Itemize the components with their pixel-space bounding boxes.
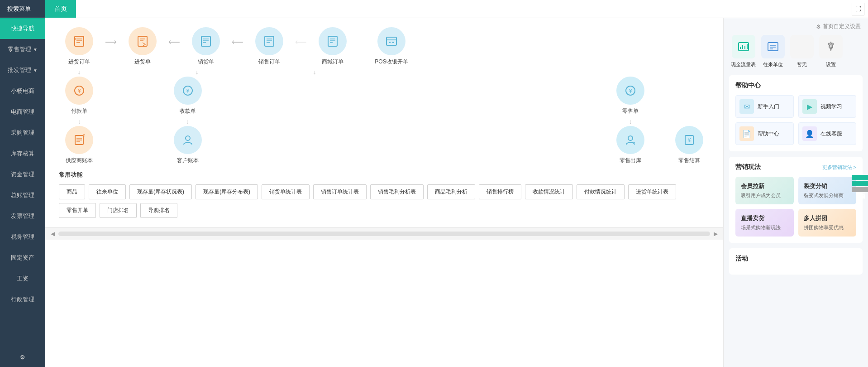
func-btn-goods[interactable]: 商品	[59, 184, 85, 199]
func-btn-partners[interactable]: 往来单位	[89, 184, 126, 199]
func-btn-receipt-stat[interactable]: 收款情况统计	[525, 184, 573, 199]
customize-label: 首页自定义设置	[823, 23, 861, 30]
func-btn-goods-profit[interactable]: 商品毛利分析	[427, 184, 475, 199]
live-title: 直播卖货	[741, 214, 788, 222]
fullscreen-button[interactable]: ⛶	[852, 3, 864, 15]
right-panel: ⚙ 首页自定义设置 现金流量表 往来单位	[723, 18, 868, 367]
flow-node-customer-ledger[interactable]: 客户账本	[163, 126, 213, 164]
customize-settings-link[interactable]: ⚙ 首页自定义设置	[724, 18, 868, 35]
flow-node-sales[interactable]: 销货单	[181, 27, 231, 66]
sidebar-item-ecom-mgr[interactable]: 电商管理	[0, 101, 45, 122]
flow-v-arrows-row2: ↓ ↓ ↓	[54, 117, 714, 126]
desktop-shortcut-button[interactable]: 桌面快捷	[852, 187, 868, 192]
quick-icon-empty[interactable]: 暂无	[790, 35, 814, 68]
flow-node-purchase-order[interactable]: 进货订单	[54, 27, 104, 66]
func-btn-payment-stat[interactable]: 付款情况统计	[577, 184, 625, 199]
flow-node-receipt[interactable]: ¥ 收款单	[163, 77, 213, 115]
func-btn-stock-status[interactable]: 现存量(库存状况表)	[129, 184, 192, 199]
flow-node-sales-order[interactable]: 销售订单	[244, 27, 294, 66]
svg-rect-5	[138, 36, 147, 46]
more-marketing-link[interactable]: 更多营销玩法 >	[822, 164, 856, 171]
flow-node-retail-settle[interactable]: ¥ 零售结算	[664, 126, 714, 164]
scroll-right-button[interactable]: ▶	[712, 231, 720, 237]
quick-icon-partner[interactable]: 往来单位	[761, 35, 785, 68]
svg-rect-23	[392, 42, 394, 43]
sidebar-item-invoice[interactable]: 发票管理	[0, 206, 45, 227]
sidebar-item-finance[interactable]: 资金管理	[0, 164, 45, 185]
help-grid: ✉ 新手入门 ▶ 视频学习 📄 帮助中心 👤 在线客服	[735, 95, 856, 145]
sidebar-item-assets[interactable]: 固定资产	[0, 247, 45, 268]
sidebar-item-ledger[interactable]: 总账管理	[0, 185, 45, 206]
flow-node-purchase-in[interactable]: 进货单	[118, 27, 167, 66]
func-buttons-grid: 商品 往来单位 现存量(库存状况表) 现存量(库存分布表) 销货单统计表 销售订…	[59, 184, 710, 218]
flow-node-payment[interactable]: ¥ 付款单	[54, 77, 104, 115]
flow-node-retail[interactable]: ¥ 零售单	[606, 77, 655, 115]
flow-node-pos[interactable]: POS收银开单	[367, 27, 416, 66]
service-community-button[interactable]: 服务社区	[852, 181, 868, 186]
home-tab[interactable]: 首页	[45, 0, 76, 18]
scroll-left-button[interactable]: ◀	[49, 231, 57, 237]
customer-service-button[interactable]: 客服热线	[852, 175, 868, 180]
marketing-item-group[interactable]: 多人拼团 拼团购物享受优惠	[798, 209, 857, 237]
retail-settle-icon: ¥	[675, 126, 703, 154]
payment-icon: ¥	[65, 77, 93, 105]
quick-icon-settings[interactable]: 设置	[819, 35, 843, 68]
mall-order-icon	[319, 27, 347, 55]
func-btn-sales-rank[interactable]: 销售排行榜	[479, 184, 521, 199]
sidebar-item-ecom[interactable]: 小畅电商	[0, 81, 45, 101]
arrow-po-to-pi: ⟶	[104, 37, 118, 56]
va-receipt: ↓	[163, 117, 213, 126]
partner-icon-box	[761, 35, 785, 58]
flow-node-supplier-ledger[interactable]: ✗ 供应商账本	[54, 126, 104, 164]
func-btn-retail-order[interactable]: 零售开单	[59, 203, 96, 218]
func-btn-sales-order-stat[interactable]: 销售订单统计表	[313, 184, 367, 199]
settings-label: 设置	[826, 61, 836, 68]
fission-title: 裂变分销	[804, 182, 851, 190]
sidebar-item-purchase[interactable]: 采购管理	[0, 122, 45, 143]
sales-icon	[192, 27, 220, 55]
sidebar-item-tax[interactable]: 税务管理	[0, 227, 45, 247]
sidebar-item-inventory[interactable]: 库存核算	[0, 143, 45, 164]
sidebar-item-payroll[interactable]: 工资	[0, 268, 45, 289]
func-btn-guide-rank[interactable]: 导购排名	[140, 203, 177, 218]
supplier-ledger-label: 供应商账本	[66, 157, 93, 164]
flow-node-mall-order[interactable]: 商城订单	[308, 27, 358, 66]
quick-icon-cashflow[interactable]: 现金流量表	[731, 35, 756, 68]
sidebar-settings-button[interactable]: ⚙	[0, 348, 45, 367]
sidebar-item-quick-nav[interactable]: 快捷导航	[0, 18, 45, 39]
scroll-row: ◀ ▶	[45, 227, 723, 240]
marketing-item-live[interactable]: 直播卖货 场景式购物新玩法	[735, 209, 794, 237]
help-doc-label: 帮助中心	[758, 130, 779, 138]
marketing-item-member[interactable]: 会员拉新 吸引用户成为会员	[735, 177, 794, 204]
cashflow-icon-box	[732, 35, 755, 58]
va-payment: ↓	[54, 117, 104, 126]
help-item-beginner[interactable]: ✉ 新手入门	[735, 95, 794, 118]
receipt-label: 收款单	[180, 107, 196, 115]
func-btn-stock-dist[interactable]: 现存量(库存分布表)	[196, 184, 258, 199]
settings-icon-box	[819, 35, 843, 58]
func-btn-purchase-stat[interactable]: 进货单统计表	[628, 184, 676, 199]
sidebar-item-admin[interactable]: 行政管理	[0, 289, 45, 310]
sidebar-item-wholesale[interactable]: 批发管理 ▼	[0, 60, 45, 81]
scroll-bar[interactable]	[58, 232, 710, 236]
help-doc-icon: 📄	[739, 126, 754, 141]
func-btn-sales-profit[interactable]: 销售毛利分析表	[370, 184, 424, 199]
empty-label: 暂无	[797, 61, 807, 68]
activity-title: 活动	[735, 255, 856, 263]
svg-rect-0	[75, 36, 84, 46]
help-item-service[interactable]: 👤 在线客服	[798, 122, 857, 145]
marketing-item-fission[interactable]: 裂变分销 裂变式发展分销商	[798, 177, 857, 204]
func-btn-sales-stat[interactable]: 销货单统计表	[262, 184, 310, 199]
search-menu-button[interactable]: 搜索菜单	[0, 0, 45, 18]
sidebar-item-retail[interactable]: 零售管理 ▼	[0, 39, 45, 60]
flow-node-retail-out[interactable]: 零售出库	[606, 126, 655, 164]
va-retail: ↓	[606, 117, 655, 126]
pos-icon	[377, 27, 405, 55]
customer-ledger-icon	[174, 126, 202, 154]
marketing-card: 营销玩法 更多营销玩法 > 会员拉新 吸引用户成为会员 裂变分销 裂变式发展分销…	[729, 157, 863, 243]
activity-section: 活动	[729, 248, 863, 275]
top-right-actions: ⛶	[852, 3, 868, 15]
help-item-help[interactable]: 📄 帮助中心	[735, 122, 794, 145]
func-btn-store-rank[interactable]: 门店排名	[100, 203, 137, 218]
help-item-video[interactable]: ▶ 视频学习	[798, 95, 857, 118]
